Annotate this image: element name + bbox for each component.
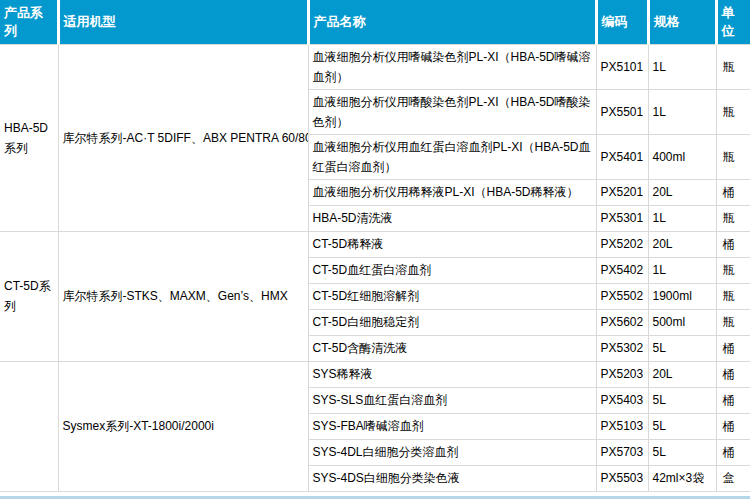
code-cell: PX5203 — [596, 361, 648, 387]
series-cell: CT-5D系列 — [0, 231, 58, 361]
spec-cell: 5L — [648, 413, 716, 439]
col-header-unit: 单位 — [716, 0, 750, 44]
product-name-cell: CT-5D白细胞稳定剂 — [308, 309, 596, 335]
table-row: HBA-5D系列库尔特系列-AC·T 5DIFF、ABX PENTRA 60/8… — [0, 44, 750, 89]
code-cell: PX5401 — [596, 134, 648, 179]
product-name-cell: SYS稀释液 — [308, 361, 596, 387]
code-cell: PX5101 — [596, 44, 648, 89]
spec-cell: 1L — [648, 205, 716, 231]
product-name-cell: 血液细胞分析仪用嗜酸染色剂PL-XI（HBA-5D嗜酸染色剂） — [308, 89, 596, 134]
spec-cell: 5L — [648, 439, 716, 465]
spec-cell: 400ml — [648, 134, 716, 179]
unit-cell: 桶 — [716, 335, 750, 361]
series-cell — [0, 361, 58, 491]
code-cell: PX5402 — [596, 257, 648, 283]
spec-cell: 20L — [648, 361, 716, 387]
col-header-spec: 规格 — [648, 0, 716, 44]
product-table: 产品系列 适用机型 产品名称 编码 规格 单位 HBA-5D系列库尔特系列-AC… — [0, 0, 750, 492]
table-row: CT-5D系列库尔特系列-STKS、MAXM、Gen’s、HMXCT-5D稀释液… — [0, 231, 750, 257]
spec-cell: 1L — [648, 257, 716, 283]
product-name-cell: 血液细胞分析仪用血红蛋白溶血剂PL-XI（HBA-5D血红蛋白溶血剂） — [308, 134, 596, 179]
table-body: HBA-5D系列库尔特系列-AC·T 5DIFF、ABX PENTRA 60/8… — [0, 44, 750, 491]
product-name-cell: 血液细胞分析仪用稀释液PL-XI（HBA-5D稀释液） — [308, 179, 596, 205]
table-row: Sysmex系列-XT-1800i/2000iSYS稀释液PX520320L桶 — [0, 361, 750, 387]
unit-cell: 桶 — [716, 231, 750, 257]
table-header: 产品系列 适用机型 产品名称 编码 规格 单位 — [0, 0, 750, 44]
models-cell: 库尔特系列-AC·T 5DIFF、ABX PENTRA 60/80 — [58, 44, 308, 231]
spec-cell: 42ml×3袋 — [648, 465, 716, 491]
code-cell: PX5403 — [596, 387, 648, 413]
models-cell: Sysmex系列-XT-1800i/2000i — [58, 361, 308, 491]
unit-cell: 瓶 — [716, 205, 750, 231]
col-header-models: 适用机型 — [58, 0, 308, 44]
product-name-cell: SYS-SLS血红蛋白溶血剂 — [308, 387, 596, 413]
product-name-cell: 血液细胞分析仪用嗜碱染色剂PL-XI（HBA-5D嗜碱溶血剂） — [308, 44, 596, 89]
unit-cell: 瓶 — [716, 89, 750, 134]
code-cell: PX5602 — [596, 309, 648, 335]
models-cell: 库尔特系列-STKS、MAXM、Gen’s、HMX — [58, 231, 308, 361]
product-name-cell: CT-5D红细胞溶解剂 — [308, 283, 596, 309]
spec-cell: 1900ml — [648, 283, 716, 309]
unit-cell: 瓶 — [716, 257, 750, 283]
spec-cell: 1L — [648, 89, 716, 134]
col-header-name: 产品名称 — [308, 0, 596, 44]
code-cell: PX5503 — [596, 465, 648, 491]
code-cell: PX5103 — [596, 413, 648, 439]
product-name-cell: SYS-4DL白细胞分类溶血剂 — [308, 439, 596, 465]
spec-cell: 20L — [648, 179, 716, 205]
unit-cell: 桶 — [716, 439, 750, 465]
product-name-cell: CT-5D稀释液 — [308, 231, 596, 257]
code-cell: PX5202 — [596, 231, 648, 257]
spec-cell: 5L — [648, 387, 716, 413]
product-name-cell: HBA-5D清洗液 — [308, 205, 596, 231]
unit-cell: 瓶 — [716, 44, 750, 89]
unit-cell: 瓶 — [716, 283, 750, 309]
series-cell: HBA-5D系列 — [0, 44, 58, 231]
code-cell: PX5201 — [596, 179, 648, 205]
unit-cell: 桶 — [716, 413, 750, 439]
code-cell: PX5302 — [596, 335, 648, 361]
code-cell: PX5501 — [596, 89, 648, 134]
col-header-code: 编码 — [596, 0, 648, 44]
spec-cell: 5L — [648, 335, 716, 361]
col-header-series: 产品系列 — [0, 0, 58, 44]
unit-cell: 桶 — [716, 179, 750, 205]
unit-cell: 桶 — [716, 361, 750, 387]
product-table-page: 产品系列 适用机型 产品名称 编码 规格 单位 HBA-5D系列库尔特系列-AC… — [0, 0, 750, 500]
product-name-cell: CT-5D含酶清洗液 — [308, 335, 596, 361]
product-name-cell: SYS-4DS白细胞分类染色液 — [308, 465, 596, 491]
unit-cell: 瓶 — [716, 309, 750, 335]
product-name-cell: CT-5D血红蛋白溶血剂 — [308, 257, 596, 283]
code-cell: PX5502 — [596, 283, 648, 309]
header-row: 产品系列 适用机型 产品名称 编码 规格 单位 — [0, 0, 750, 44]
code-cell: PX5301 — [596, 205, 648, 231]
unit-cell: 瓶 — [716, 134, 750, 179]
spec-cell: 20L — [648, 231, 716, 257]
code-cell: PX5703 — [596, 439, 648, 465]
unit-cell: 盒 — [716, 465, 750, 491]
unit-cell: 桶 — [716, 387, 750, 413]
table-bottom-edge — [0, 496, 750, 499]
spec-cell: 1L — [648, 44, 716, 89]
spec-cell: 500ml — [648, 309, 716, 335]
product-name-cell: SYS-FBA嗜碱溶血剂 — [308, 413, 596, 439]
